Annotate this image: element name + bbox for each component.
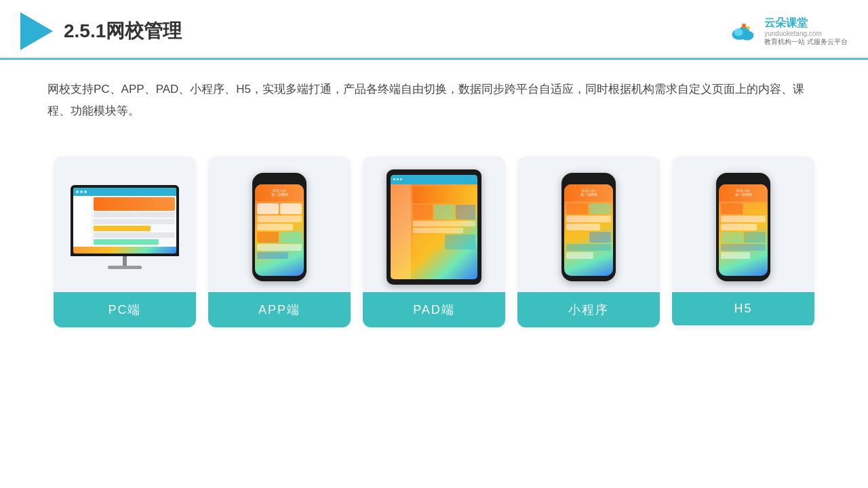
card-h5: 职达人的第一堂网课 — [672, 157, 814, 327]
phone-row — [721, 216, 766, 222]
phone-card-item — [589, 232, 611, 243]
phone-card-row — [257, 203, 302, 214]
pc-screen-outer — [71, 185, 179, 256]
phone-notch — [271, 178, 288, 182]
svg-point-5 — [747, 26, 750, 30]
tablet-grid-item — [456, 205, 475, 220]
pc-screen-inner — [73, 188, 176, 253]
phone-card-item — [566, 232, 588, 243]
svg-point-3 — [734, 28, 743, 36]
phone-card-item — [280, 203, 302, 214]
svg-point-4 — [742, 24, 746, 28]
card-app: 职达人的第一堂网课 — [208, 157, 351, 327]
brand-url: yunduoketang.com — [764, 30, 822, 37]
pc-row — [94, 226, 151, 231]
phone-card-item — [744, 203, 766, 214]
pc-row — [94, 212, 175, 218]
header-right: 云朵课堂 yunduoketang.com 教育机构一站 式服务云平台 — [728, 16, 848, 45]
card-pad: PAD端 — [363, 157, 505, 327]
phone-card-row — [566, 232, 611, 243]
pc-rows — [94, 211, 175, 245]
phone-card-item — [280, 232, 302, 243]
phone-mockup-app: 职达人的第一堂网课 — [252, 173, 307, 281]
phone-card-item — [566, 203, 588, 214]
card-label-pc: PC端 — [54, 292, 196, 327]
brand-sub: 教育机构一站 式服务云平台 — [764, 37, 848, 46]
phone-row — [257, 224, 293, 230]
tablet-grid-item — [413, 235, 443, 249]
phone-card-item — [721, 232, 743, 243]
phone-screen-top: 职达人的第一堂网课 — [255, 184, 304, 201]
card-label-pad: PAD端 — [363, 292, 505, 327]
tablet-dot — [400, 178, 402, 180]
pc-body — [73, 196, 176, 247]
phone-screen-h5: 职达人的第一堂网课 — [719, 184, 768, 276]
phone-row — [566, 252, 593, 259]
pc-sidebar-inner — [73, 196, 92, 247]
brand-name: 云朵课堂 — [764, 16, 808, 29]
phone-row — [721, 252, 750, 259]
tablet-dot — [397, 178, 399, 180]
phone-screen-top-miniapp: 职达人的第一堂网课 — [564, 184, 613, 201]
phone-notch-miniapp — [580, 178, 597, 182]
phone-notch-h5 — [735, 178, 751, 182]
phone-row — [566, 244, 611, 251]
tablet-grid-item — [445, 235, 475, 249]
cloud-icon — [728, 20, 760, 42]
tablet-row — [413, 221, 475, 226]
pc-stand — [123, 256, 127, 266]
tablet-grid-item — [434, 205, 454, 220]
header-left: 2.5.1网校管理 — [20, 12, 182, 50]
tablet-dot — [393, 178, 395, 180]
tablet-grid — [413, 205, 475, 220]
tablet-main — [411, 184, 477, 279]
phone-row — [721, 224, 757, 230]
card-image-app: 职达人的第一堂网课 — [208, 157, 351, 292]
pc-row — [94, 239, 159, 245]
pc-dot — [84, 190, 87, 193]
page-title: 2.5.1网校管理 — [64, 18, 182, 44]
phone-screen-top-h5: 职达人的第一堂网课 — [719, 184, 768, 201]
phone-row — [566, 224, 600, 230]
pc-topbar — [73, 188, 176, 196]
tablet-mockup — [387, 169, 481, 285]
card-image-pad — [363, 157, 505, 292]
pc-main-inner — [92, 196, 176, 247]
phone-card-row — [566, 203, 611, 214]
pc-row — [94, 219, 175, 224]
phone-screen: 职达人的第一堂网课 — [255, 184, 304, 276]
brand-logo: 云朵课堂 yunduoketang.com 教育机构一站 式服务云平台 — [728, 16, 848, 45]
card-label-app: APP端 — [208, 292, 351, 327]
phone-card-item — [721, 203, 743, 214]
phone-card-row — [257, 232, 302, 243]
card-label-miniapp: 小程序 — [517, 292, 660, 327]
phone-card-item — [257, 203, 279, 214]
logo-triangle-icon — [20, 12, 53, 50]
tablet-body — [391, 184, 477, 279]
phone-card-row — [721, 203, 766, 214]
card-pc: PC端 — [54, 157, 196, 327]
tablet-outer — [387, 169, 481, 285]
card-image-miniapp: 职达人的第一堂网课 — [517, 157, 660, 292]
phone-outer-h5: 职达人的第一堂网课 — [716, 173, 770, 281]
phone-outer: 职达人的第一堂网课 — [252, 173, 307, 281]
phone-mockup-miniapp: 职达人的第一堂网课 — [561, 173, 616, 281]
description-text: 网校支持PC、APP、PAD、小程序、H5，实现多端打通，产品各终端自由切换，数… — [0, 60, 868, 129]
header: 2.5.1网校管理 云朵课堂 yunduoketang.com 教育机构一站 式… — [0, 0, 868, 58]
tablet-grid-item — [413, 205, 433, 220]
phone-outer-miniapp: 职达人的第一堂网课 — [561, 173, 616, 281]
card-image-pc — [54, 157, 196, 292]
tablet-screen — [391, 175, 477, 279]
phone-screen-body-miniapp — [564, 201, 613, 261]
tablet-banner — [413, 186, 475, 203]
tablet-row — [413, 228, 463, 233]
phone-row — [566, 216, 611, 222]
phone-card-item — [589, 203, 611, 214]
pc-dot — [76, 190, 79, 193]
tablet-sidebar — [391, 184, 411, 279]
phone-mockup-h5: 职达人的第一堂网课 — [716, 173, 770, 281]
phone-card-row — [721, 232, 766, 243]
card-miniapp: 职达人的第一堂网课 — [517, 157, 660, 327]
phone-row — [257, 216, 302, 222]
pc-mockup — [71, 185, 179, 269]
